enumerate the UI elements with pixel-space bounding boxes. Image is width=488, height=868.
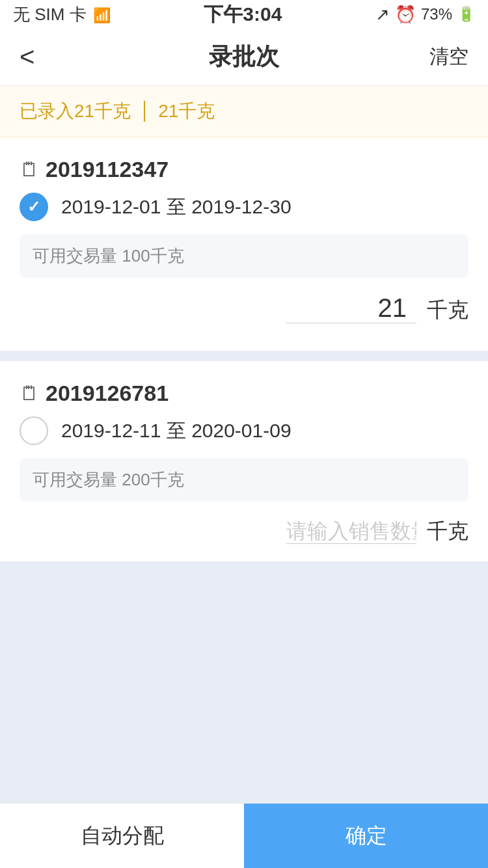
wifi-icon	[93, 5, 111, 25]
batch1-icon: 🗒	[20, 159, 39, 181]
batch1-id-row: 🗒 2019112347	[20, 157, 468, 182]
batch2-input-row: 千克	[0, 502, 488, 562]
empty-area	[0, 562, 488, 822]
batch2-trade-volume: 可用交易量 200千克	[20, 458, 468, 502]
batch2-date-range: 2019-12-11 至 2020-01-09	[61, 418, 291, 444]
recorded-value: 21千克	[158, 99, 215, 124]
location-icon: ↗	[375, 5, 390, 25]
batch1-quantity-row: 千克	[0, 278, 488, 340]
recorded-label: 已录入21千克	[20, 99, 131, 124]
battery-icon: 🔋	[457, 6, 475, 23]
clear-button[interactable]: 清空	[429, 44, 468, 70]
batch2-icon: 🗒	[20, 383, 39, 405]
batch1-trade-volume: 可用交易量 100千克	[20, 234, 468, 278]
sim-label: 无 SIM 卡	[13, 3, 87, 26]
confirm-button[interactable]: 确定	[244, 804, 488, 868]
bottom-bar: 自动分配 确定	[0, 803, 488, 868]
page-title: 录批次	[209, 41, 279, 73]
batch2-card: 🗒 2019126781 2019-12-11 至 2020-01-09 可用交…	[0, 361, 488, 502]
status-time: 下午3:04	[204, 1, 282, 28]
batch2-quantity-input[interactable]	[286, 519, 416, 544]
status-right: ↗ ⏰ 73% 🔋	[375, 5, 475, 25]
batch1-card: 🗒 2019112347 2019-12-01 至 2019-12-30 可用交…	[0, 137, 488, 278]
banner-divider	[144, 101, 145, 122]
status-bar: 无 SIM 卡 下午3:04 ↗ ⏰ 73% 🔋	[0, 0, 488, 29]
batch2-id: 2019126781	[46, 381, 169, 406]
batch2-date-row: 2019-12-11 至 2020-01-09	[20, 416, 468, 445]
batch1-date-range: 2019-12-01 至 2019-12-30	[61, 194, 291, 221]
status-left: 无 SIM 卡	[13, 3, 111, 26]
auto-distribute-button[interactable]: 自动分配	[0, 804, 244, 868]
batch1-date-row: 2019-12-01 至 2019-12-30	[20, 193, 468, 221]
batch1-radio[interactable]	[20, 193, 48, 221]
batch2-unit: 千克	[427, 517, 468, 546]
batch1-quantity-input[interactable]	[286, 293, 416, 323]
info-banner: 已录入21千克 21千克	[0, 86, 488, 137]
section-divider	[0, 351, 488, 361]
batch2-id-row: 🗒 2019126781	[20, 381, 468, 406]
battery-level: 73%	[421, 5, 452, 23]
nav-bar: < 录批次 清空	[0, 29, 488, 86]
alarm-icon: ⏰	[395, 5, 416, 25]
batch1-unit: 千克	[427, 296, 468, 325]
batch1-bottom-padding	[0, 340, 488, 351]
batch2-radio[interactable]	[20, 416, 48, 445]
back-button[interactable]: <	[20, 42, 59, 72]
batch1-id: 2019112347	[46, 157, 169, 182]
